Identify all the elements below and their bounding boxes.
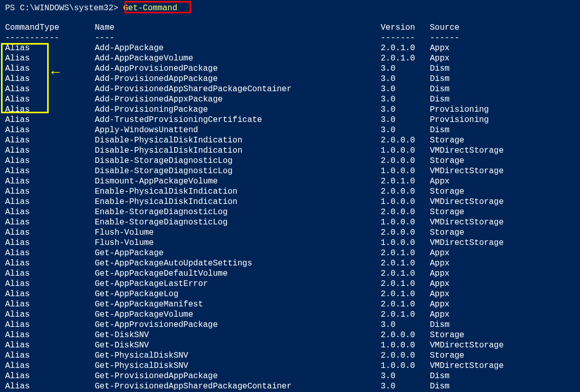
cell-version: 3.0 [381,84,430,94]
cell-name: Get-PhysicalDiskSNV [95,350,381,361]
cell-commandtype: Alias [5,187,95,197]
cell-version: 2.0.0.0 [381,135,430,146]
cell-source: Appx [430,289,449,299]
table-row: AliasAdd-ProvisionedAppPackage3.0Dism [5,74,575,84]
cell-source: VMDirectStorage [430,146,504,156]
cell-commandtype: Alias [5,330,95,340]
cell-source: Dism [430,381,449,391]
cell-source: Dism [430,320,449,330]
cell-version: 2.0.1.0 [381,299,430,310]
cell-source: Appx [430,248,449,258]
cell-source: VMDirectStorage [430,166,504,176]
cell-source: Appx [430,176,449,187]
table-row: AliasEnable-StorageDiagnosticLog1.0.0.0V… [5,217,575,228]
cell-name: Dismount-AppPackageVolume [95,176,381,187]
cell-commandtype: Alias [5,340,95,350]
cell-name: Enable-StorageDiagnosticLog [95,217,381,228]
cell-name: Get-AppPackageAutoUpdateSettings [95,258,381,269]
cell-commandtype: Alias [5,84,95,94]
cell-version: 2.0.1.0 [381,269,430,279]
table-row: AliasAdd-AppPackageVolume2.0.1.0Appx [5,53,575,64]
header-name: Name [95,23,381,33]
cell-source: Dism [430,94,449,105]
cell-commandtype: Alias [5,299,95,310]
cell-version: 3.0 [381,320,430,330]
cell-version: 2.0.1.0 [381,176,430,187]
output-area[interactable]: CommandType Name Version Source --------… [5,23,575,392]
underline-commandtype: ----------- [5,33,95,43]
cell-name: Add-AppPackageVolume [95,53,381,64]
table-row: AliasGet-DiskSNV2.0.0.0Storage [5,330,575,340]
cell-version: 2.0.1.0 [381,279,430,289]
cell-source: Storage [430,207,464,217]
cell-source: Appx [430,310,449,320]
table-row: AliasGet-AppProvisionedPackage3.0Dism [5,320,575,330]
cell-commandtype: Alias [5,176,95,187]
cell-commandtype: Alias [5,289,95,299]
cell-commandtype: Alias [5,135,95,146]
table-row: AliasGet-AppPackageLog2.0.1.0Appx [5,289,575,299]
cell-source: Dism [430,74,449,84]
cell-commandtype: Alias [5,197,95,207]
cell-version: 3.0 [381,64,430,74]
table-row: AliasEnable-PhysicalDiskIndication2.0.0.… [5,187,575,197]
cell-commandtype: Alias [5,279,95,289]
header-version: Version [381,23,430,33]
cell-commandtype: Alias [5,125,95,135]
cell-commandtype: Alias [5,207,95,217]
table-row: AliasGet-DiskSNV1.0.0.0VMDirectStorage [5,340,575,350]
cell-name: Get-ProvisionedAppSharedPackageContainer [95,381,381,391]
table-row: AliasGet-AppPackage2.0.1.0Appx [5,248,575,258]
cell-name: Get-AppPackageManifest [95,299,381,310]
cell-version: 2.0.0.0 [381,187,430,197]
cell-source: Appx [430,299,449,310]
cell-source: Storage [430,156,464,166]
cell-commandtype: Alias [5,238,95,248]
table-row: AliasGet-AppPackageDefaultVolume2.0.1.0A… [5,269,575,279]
cell-name: Disable-PhysicalDiskIndication [95,146,381,156]
underline-version: ------- [381,33,430,43]
table-row: AliasGet-AppPackageAutoUpdateSettings2.0… [5,258,575,269]
cell-source: Storage [430,330,464,340]
cell-name: Add-AppPackage [95,43,381,53]
table-underlines: ----------- ---- ------- ------ [5,33,575,43]
cell-source: VMDirectStorage [430,217,504,228]
cell-name: Add-AppProvisionedPackage [95,64,381,74]
cell-name: Get-ProvisionedAppPackage [95,371,381,381]
cell-name: Get-DiskSNV [95,330,381,340]
cell-commandtype: Alias [5,248,95,258]
cell-commandtype: Alias [5,350,95,361]
cell-name: Get-AppPackageDefaultVolume [95,269,381,279]
cell-name: Get-AppPackageLog [95,289,381,299]
cell-name: Flush-Volume [95,238,381,248]
table-row: AliasDisable-StorageDiagnosticLog2.0.0.0… [5,156,575,166]
cell-version: 3.0 [381,381,430,391]
table-row: AliasGet-AppPackageVolume2.0.1.0Appx [5,310,575,320]
cell-name: Add-ProvisionedAppxPackage [95,94,381,105]
cell-name: Add-ProvisioningPackage [95,105,381,115]
cell-commandtype: Alias [5,115,95,125]
prompt-line[interactable]: PS C:\WINDOWS\system32> Get-Command [5,3,575,13]
cell-source: Dism [430,84,449,94]
table-row: AliasAdd-ProvisioningPackage3.0Provision… [5,105,575,115]
table-row: AliasAdd-ProvisionedAppxPackage3.0Dism [5,94,575,105]
cell-name: Add-TrustedProvisioningCertificate [95,115,381,125]
table-body: AliasAdd-AppPackage2.0.1.0AppxAliasAdd-A… [5,43,575,392]
cell-name: Get-AppPackageVolume [95,310,381,320]
cell-commandtype: Alias [5,146,95,156]
cell-source: VMDirectStorage [430,197,504,207]
cell-version: 2.0.0.0 [381,330,430,340]
table-row: AliasEnable-PhysicalDiskIndication1.0.0.… [5,197,575,207]
cell-commandtype: Alias [5,228,95,238]
table-row: AliasApply-WindowsUnattend3.0Dism [5,125,575,135]
cell-source: Storage [430,187,464,197]
cell-version: 1.0.0.0 [381,238,430,248]
cell-name: Enable-PhysicalDiskIndication [95,187,381,197]
cell-source: Appx [430,269,449,279]
table-row: AliasGet-ProvisionedAppSharedPackageCont… [5,381,575,391]
cell-version: 1.0.0.0 [381,146,430,156]
cell-commandtype: Alias [5,53,95,64]
prompt-prefix: PS C:\WINDOWS\system32> [5,4,123,13]
cell-name: Disable-StorageDiagnosticLog [95,156,381,166]
cell-source: Provisioning [430,105,489,115]
